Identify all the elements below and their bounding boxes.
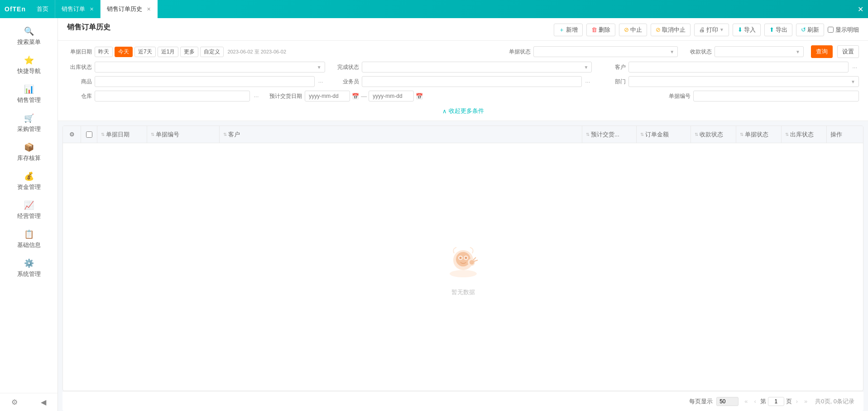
date-btn-yesterday[interactable]: 昨天: [95, 47, 113, 57]
table-doc-date-col[interactable]: ⇅ 单据日期: [97, 126, 147, 143]
new-button[interactable]: ＋ 新增: [554, 24, 583, 36]
table-payment-col[interactable]: ⇅ 收款状态: [691, 126, 736, 143]
print-icon: 🖨: [699, 26, 705, 33]
warehouse-ellipsis-icon[interactable]: ···: [252, 93, 260, 100]
table-docstatus-col[interactable]: ⇅ 单据状态: [736, 126, 782, 143]
sort-icon-left-3: ⇅: [223, 132, 227, 137]
filter-doc-number: 单据编号: [666, 91, 859, 102]
delete-icon: 🗑: [591, 26, 597, 33]
sidebar-settings-icon[interactable]: ⚙: [11, 398, 18, 406]
calendar-icon-start[interactable]: 📅: [352, 93, 359, 100]
query-button[interactable]: 查询: [811, 45, 833, 58]
tab-sales-order[interactable]: 销售订单 ✕: [55, 0, 101, 18]
department-select[interactable]: [628, 76, 859, 87]
sidebar-item-label-operation: 经营管理: [17, 212, 41, 220]
warehouse-input[interactable]: [95, 91, 250, 102]
sidebar-collapse-icon[interactable]: ◀: [41, 398, 46, 406]
sidebar-item-quick-nav[interactable]: ⭐ 快捷导航: [0, 51, 58, 80]
search-menu-icon: 🔍: [24, 26, 34, 36]
display-detail-checkbox[interactable]: 显示明细: [828, 26, 859, 34]
customer-ellipsis-icon[interactable]: ···: [850, 64, 859, 71]
page-number-input[interactable]: [768, 397, 784, 406]
doc-number-input[interactable]: [693, 91, 859, 102]
tab-sales-order-close[interactable]: ✕: [90, 6, 94, 12]
goods-input[interactable]: [95, 76, 315, 87]
doc-status-select[interactable]: [533, 46, 678, 57]
filter-doc-status: 单据状态 ▼: [506, 46, 678, 57]
tab-home[interactable]: 首页: [30, 0, 55, 18]
salesperson-input[interactable]: [362, 76, 582, 87]
last-page-button[interactable]: »: [802, 397, 810, 406]
sidebar-item-finance[interactable]: 💰 资金管理: [0, 167, 58, 196]
filter-row-4: 仓库 ··· 预计交货日期 📅 — 📅: [67, 91, 859, 102]
system-icon: ⚙️: [24, 258, 34, 268]
warehouse-control: ···: [95, 91, 260, 102]
table-settings-col[interactable]: ⚙: [63, 126, 81, 143]
out-status-select[interactable]: [95, 62, 325, 73]
settings-button[interactable]: 设置: [837, 45, 859, 58]
table-outstatus-col[interactable]: ⇅ 出库状态: [782, 126, 827, 143]
sidebar-item-search-menu[interactable]: 🔍 搜索菜单: [0, 22, 58, 51]
goods-ellipsis-icon[interactable]: ···: [317, 78, 325, 85]
salesperson-ellipsis-icon[interactable]: ···: [584, 78, 592, 85]
tab-sales-order-history-close[interactable]: ✕: [147, 6, 151, 12]
sidebar-item-inventory[interactable]: 📦 库存核算: [0, 138, 58, 167]
filter-complete-status: 完成状态 ▼: [334, 62, 592, 73]
tab-sales-order-history[interactable]: 销售订单历史 ✕: [101, 0, 158, 18]
basic-info-icon: 📋: [24, 229, 34, 239]
date-btn-7days[interactable]: 近7天: [134, 47, 156, 57]
sort-icon-left-4: ⇅: [586, 132, 590, 137]
sidebar-item-system[interactable]: ⚙️ 系统管理: [0, 254, 58, 283]
payment-status-select[interactable]: [715, 46, 804, 57]
import-button[interactable]: ⬇ 导入: [733, 24, 761, 36]
sort-icon-left-7: ⇅: [740, 132, 743, 137]
collapse-button[interactable]: ∧ 收起更多条件: [67, 106, 859, 116]
page-label-prefix: 第: [760, 397, 766, 406]
date-btn-today[interactable]: 今天: [115, 47, 133, 57]
sidebar-item-purchase[interactable]: 🛒 采购管理: [0, 109, 58, 138]
svg-point-5: [459, 257, 461, 259]
sidebar-item-basic-info[interactable]: 📋 基础信息: [0, 225, 58, 254]
goods-control: ···: [95, 76, 325, 87]
date-filter-controls: 昨天 今天 近7天 近1月 更多 自定义 2023-06-02 至 2023-0…: [95, 47, 497, 57]
prev-page-button[interactable]: ‹: [752, 397, 758, 406]
sidebar-item-operation[interactable]: 📈 经营管理: [0, 196, 58, 225]
delete-button[interactable]: 🗑 删除: [586, 24, 615, 36]
delivery-date-start[interactable]: [305, 91, 350, 102]
complete-status-select[interactable]: [362, 62, 592, 73]
sidebar-item-sales[interactable]: 📊 销售管理: [0, 80, 58, 109]
customer-col-label: 客户: [228, 131, 240, 139]
docstatus-col-label: 单据状态: [745, 131, 768, 139]
customer-input[interactable]: [628, 62, 849, 73]
cancel-stop-button[interactable]: ⊘ 取消中止: [651, 24, 691, 36]
table-select-all[interactable]: [86, 131, 92, 138]
delivery-date-end[interactable]: [369, 91, 414, 102]
svg-line-9: [473, 257, 476, 260]
display-detail-input[interactable]: [828, 27, 834, 33]
export-label: 导出: [776, 26, 787, 34]
topbar-close-icon[interactable]: ✕: [858, 5, 863, 14]
first-page-button[interactable]: «: [742, 397, 750, 406]
export-button[interactable]: ⬆ 导出: [764, 24, 792, 36]
filter-row-2: 出库状态 ▼ 完成状态 ▼: [67, 62, 859, 73]
table-customer-col[interactable]: ⇅ 客户: [220, 126, 582, 143]
stop-button[interactable]: ⊘ 中止: [619, 24, 647, 36]
table-delivery-col[interactable]: ⇅ 预计交货...: [582, 126, 637, 143]
next-page-button[interactable]: ›: [794, 397, 800, 406]
operation-col-label: 操作: [830, 131, 842, 139]
sort-icon-left-2: ⇅: [151, 132, 154, 137]
print-button[interactable]: 🖨 打印 ▼: [694, 24, 729, 36]
empty-text: 暂无数据: [451, 288, 475, 296]
table-doc-number-col[interactable]: ⇅ 单据编号: [147, 126, 220, 143]
date-btn-1month[interactable]: 近1月: [158, 47, 179, 57]
table-amount-col[interactable]: ⇅ 订单金额: [637, 126, 691, 143]
date-btn-custom[interactable]: 自定义: [200, 47, 224, 57]
date-btn-more[interactable]: 更多: [180, 47, 198, 57]
doc-status-label: 单据状态: [506, 48, 531, 56]
page-size-select[interactable]: 50 20 100: [716, 397, 739, 406]
refresh-button[interactable]: ↺ 刷新: [796, 24, 824, 36]
sidebar-item-label-basic-info: 基础信息: [17, 241, 41, 249]
calendar-icon-end[interactable]: 📅: [416, 93, 423, 100]
toolbar: ＋ 新增 🗑 删除 ⊘ 中止 ⊘ 取消中止: [554, 24, 859, 36]
doc-date-label: 单据日期: [67, 48, 92, 56]
